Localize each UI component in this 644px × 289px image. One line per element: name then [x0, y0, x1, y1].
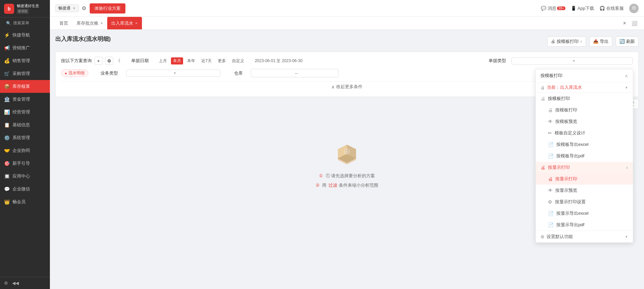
svg-point-4 — [344, 149, 350, 155]
finance-icon: 🏦 — [4, 97, 10, 102]
dp-footer-icon: ⚙ — [540, 234, 545, 239]
business-type-arrow-icon: ▼ — [173, 71, 217, 75]
dp-display-print-header[interactable]: 🖨 按显示打印 ∧ — [536, 162, 633, 173]
tab-batch-account-close[interactable]: × — [100, 21, 103, 26]
dp-template-preview-icon: 🖨 — [548, 107, 553, 113]
sidebar-gear-icon[interactable]: ⚙ — [4, 281, 8, 286]
sidebar-collapse-icon[interactable]: ◀◀ — [12, 281, 19, 286]
dp-template-preview-item2[interactable]: 👁 按模板预览 — [536, 116, 633, 127]
dp-display-pdf-item[interactable]: 📄 按显示导出pdf — [536, 219, 633, 231]
sidebar-item-system[interactable]: ⚙️ 系统管理 — [0, 131, 50, 144]
doc-type-arrow-icon: ▼ — [572, 59, 630, 63]
sidebar-item-inventory[interactable]: 📦 库存核算 — [0, 80, 50, 93]
sidebar: b 畅捷通好生意 标准版 🔍 搜索菜单 ⚡ 快捷导航 📢 营销推广 💰 销售管理… — [0, 0, 50, 289]
refresh-icon: 🔄 — [619, 39, 625, 44]
shortcut-last-month[interactable]: 上月 — [157, 57, 169, 64]
empty-tip-2: ② 用 过滤 条件来缩小分析范围 — [316, 182, 379, 188]
message-badge: 99+ — [557, 6, 565, 10]
dp-template-pdf-item[interactable]: 📄 按模板导出pdf — [536, 150, 633, 162]
sidebar-item-sales[interactable]: 💰 销售管理 — [0, 54, 50, 67]
date-shortcuts: 上月 本月 本年 近7天 更多 自定义 — [157, 57, 246, 64]
refresh-btn[interactable]: 🔄 刷新 — [616, 36, 639, 47]
filter-collapse-icon[interactable]: 《 — [116, 58, 120, 64]
dp-display-print-label: 按显示打印 — [548, 164, 570, 170]
filter-settings-btn[interactable]: ⚙ — [105, 57, 113, 65]
shortcut-current-year[interactable]: 本年 — [185, 57, 197, 64]
dp-template-excel-item[interactable]: 📄 按模板导出excel — [536, 139, 633, 150]
tab-in-out-flow-close[interactable]: × — [135, 21, 138, 26]
app-download-btn[interactable]: 📱 App下载 — [571, 5, 594, 11]
dp-display-expand-icon: ∧ — [626, 166, 628, 169]
operations-icon: 📊 — [4, 109, 10, 115]
dp-display-print-item[interactable]: 🖨 按显示打印 — [536, 173, 633, 185]
online-service-icon: 🎧 — [599, 6, 605, 11]
filter-tag[interactable]: ● 流水明细 — [61, 69, 88, 77]
sidebar-item-app-center[interactable]: 🔲 应用中心 — [0, 170, 50, 183]
filter-add-btn[interactable]: + — [94, 57, 103, 65]
search-menu[interactable]: 🔍 搜索菜单 — [0, 18, 50, 29]
sidebar-item-guide[interactable]: 🎯 新手引导 — [0, 157, 50, 170]
topbar-gear-icon[interactable]: ⚙ — [82, 5, 86, 11]
tab-batch-account[interactable]: 库存批次账 × — [72, 17, 107, 29]
tabs-bar-right: × ⬜ — [622, 20, 639, 27]
tab-in-out-flow[interactable]: 出入库流水 × — [107, 17, 142, 29]
sidebar-item-marketing[interactable]: 📢 营销推广 — [0, 42, 50, 54]
enterprise-icon: 🤝 — [4, 148, 10, 153]
dp-current-label: 当前：出入库流水 — [547, 84, 582, 90]
shortcut-more[interactable]: 更多 — [216, 57, 228, 64]
messages-btn[interactable]: 💬 消息 99+ — [541, 5, 565, 11]
topbar-user-area[interactable]: 畅捷通 ▼ — [55, 4, 79, 12]
dp-display-excel-icon: 📄 — [548, 211, 554, 216]
purchase-icon: 🛒 — [4, 71, 10, 76]
print-expand-icon: ∧ — [580, 40, 582, 43]
tab-home[interactable]: 首页 — [55, 17, 72, 29]
sidebar-item-purchase[interactable]: 🛒 采购管理 — [0, 67, 50, 80]
dp-template-preview2-icon: 👁 — [548, 119, 553, 124]
dp-template-excel-icon: 📄 — [548, 142, 554, 147]
dp-header-label: 按模板打印 — [540, 73, 562, 79]
app-center-icon: 🔲 — [4, 174, 10, 179]
content-wrapper: 出入库流水(流水明细) 🖨 按模板打印 ∧ 📤 导出 🔄 刷新 — [55, 35, 639, 214]
topbar-username: 畅捷通 — [58, 5, 70, 11]
dp-template-print-header[interactable]: 🖨 按模板打印 — [536, 93, 633, 104]
sidebar-item-enterprise[interactable]: 🤝 企业协同 — [0, 144, 50, 157]
user-avatar[interactable]: 用 — [629, 4, 639, 13]
shortcut-current-month[interactable]: 本月 — [171, 57, 183, 64]
dp-footer[interactable]: ⚙ 设置默认功能 ▼ — [536, 231, 633, 242]
print-btn[interactable]: 🖨 按模板打印 ∧ — [547, 36, 586, 47]
svg-point-6 — [348, 150, 349, 152]
dp-display-settings-item[interactable]: ⚙ 按显示打印设置 — [536, 196, 633, 208]
warehouse-more-icon[interactable]: ··· — [293, 71, 335, 76]
export-btn[interactable]: 📤 导出 — [589, 36, 612, 47]
business-type-field[interactable]: ▼ — [126, 70, 221, 77]
dp-template-custom-item[interactable]: ✏ 模板自定义设计 — [536, 127, 633, 139]
tab-close-window-btn[interactable]: × — [622, 20, 627, 27]
shortcut-last-7-days[interactable]: 近7天 — [199, 57, 214, 64]
dp-template-preview-item[interactable]: 🖨 按模板打印 — [536, 104, 633, 116]
sidebar-item-wechat[interactable]: 💬 企业微信 — [0, 183, 50, 195]
doc-type-field[interactable]: ▼ — [511, 57, 633, 64]
sidebar-item-operations[interactable]: 📊 经营管理 — [0, 106, 50, 119]
sidebar-item-basic-info[interactable]: 📋 基础信息 — [0, 119, 50, 131]
sidebar-item-members[interactable]: 👑 畅会员 — [0, 195, 50, 208]
warehouse-field[interactable]: ··· — [251, 69, 339, 77]
page-title: 出入库流水(流水明细) — [55, 35, 111, 43]
dp-template-print-section-icon: 🖨 — [540, 96, 545, 101]
sidebar-item-quick-nav[interactable]: ⚡ 快捷导航 — [0, 29, 50, 42]
dp-header: 按模板打印 ∧ — [536, 69, 633, 82]
dp-display-excel-item[interactable]: 📄 按显示导出excel — [536, 208, 633, 219]
online-service-btn[interactable]: 🎧 在线客服 — [599, 5, 624, 11]
tab-maximize-btn[interactable]: ⬜ — [630, 20, 639, 27]
dp-current-section[interactable]: 🖨 当前：出入库流水 ▼ — [536, 82, 633, 93]
inventory-icon: 📦 — [4, 84, 10, 89]
filter-section-label: 按以下方案查询 — [61, 58, 92, 64]
sidebar-item-finance[interactable]: 🏦 资金管理 — [0, 93, 50, 106]
dp-display-preview-icon: 👁 — [548, 188, 553, 193]
date-label: 单据日期 — [131, 58, 149, 64]
dp-current-arrow[interactable]: ▼ — [625, 86, 628, 89]
trial-btn[interactable]: 体验行业方案 — [90, 3, 125, 14]
dp-display-preview-item[interactable]: 👁 按显示预览 — [536, 185, 633, 196]
date-range-display: 2023-06-01 至 2023-06-30 — [255, 58, 302, 64]
shortcut-custom[interactable]: 自定义 — [230, 57, 246, 64]
dp-expand-icon[interactable]: ∧ — [625, 73, 628, 78]
